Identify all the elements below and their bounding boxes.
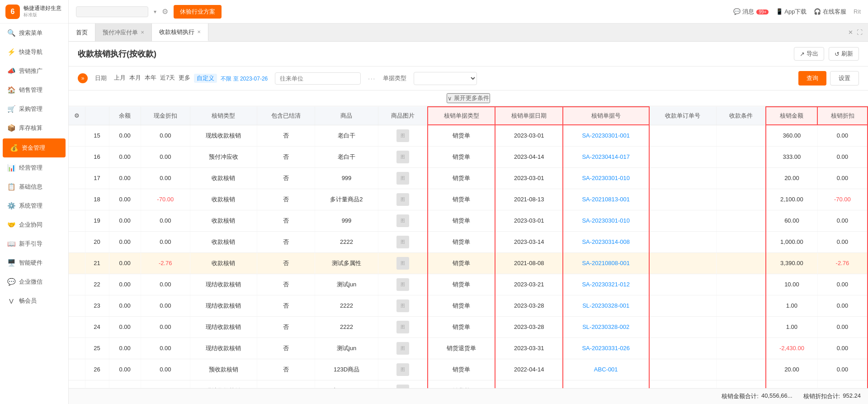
cell-vbt: 销货单: [428, 380, 495, 388]
online-service-link[interactable]: 🎧 在线客服: [814, 8, 846, 16]
cell-icon: [69, 231, 85, 252]
cell-cash-discount: 0.00: [141, 167, 190, 189]
cell-ron: [649, 337, 717, 359]
sidebar-item-quick-nav[interactable]: ⚡ 快捷导航: [0, 43, 68, 62]
message-link[interactable]: 💬 消息 99+: [733, 8, 769, 16]
sidebar-item-sales[interactable]: 🏠 销售管理: [0, 81, 68, 100]
tab-collection[interactable]: 收款核销执行 ✕: [152, 24, 208, 41]
cell-icon: [69, 146, 85, 167]
table-row: 27 0.00 0.00 现结收款核销 否 衣服00001 图 销货单 2023…: [69, 380, 868, 388]
cell-vbn: SA-20230301-001: [563, 125, 649, 146]
cell-included: 否: [257, 316, 315, 337]
cell-vbt: 销货单: [428, 359, 495, 380]
table-row: 21 0.00 -2.76 收款核销 否 测试多属性 图 销货单 2021-08…: [69, 252, 868, 274]
col-header-verify-bill-no: 核销单据号: [563, 107, 649, 125]
cell-vbt: 销货单: [428, 316, 495, 337]
sidebar-item-inventory[interactable]: 📦 库存核算: [0, 119, 68, 138]
cell-cash-discount: 0.00: [141, 359, 190, 380]
sidebar-item-base[interactable]: 📋 基础信息: [0, 177, 68, 196]
cell-vd: -70.00: [817, 189, 868, 210]
cell-va: 333.00: [766, 146, 817, 167]
cell-balance: 0.00: [109, 167, 141, 189]
tab-prepay[interactable]: 预付冲应付单 ✕: [95, 24, 152, 41]
sidebar-item-finance[interactable]: 💰 资金管理: [3, 138, 66, 157]
cell-icon: [69, 337, 85, 359]
industry-solution-button[interactable]: 休验行业方案: [174, 5, 222, 19]
col-header-settings[interactable]: ⚙: [69, 107, 85, 125]
topbar: ▾ ⚙ 休验行业方案 💬 消息 99+ 📱 App下载 🎧 在线客服 Rit: [69, 0, 868, 24]
from-unit-input[interactable]: [275, 72, 361, 85]
cell-verify-type: 预付冲应收: [190, 146, 257, 167]
cell-verify-type: 收款核销: [190, 231, 257, 252]
vip-icon: V: [7, 297, 15, 305]
table-row: 25 0.00 0.00 现结收款核销 否 测试jun 图 销货退货单 2023…: [69, 337, 868, 359]
cell-vbt: 销货单: [428, 146, 495, 167]
sidebar-item-label: 经营管理: [19, 164, 42, 172]
sidebar-item-wechat[interactable]: 💬 企业微信: [0, 272, 68, 291]
settings-button[interactable]: 设置: [830, 71, 859, 86]
cell-vbd: 2023-03-01: [495, 125, 562, 146]
tab-collection-close-icon[interactable]: ✕: [197, 29, 201, 34]
sidebar-item-system[interactable]: ⚙️ 系统管理: [0, 196, 68, 215]
tab-prepay-close-icon[interactable]: ✕: [141, 30, 144, 35]
date-custom[interactable]: 自定义: [194, 74, 217, 83]
topbar-search-input[interactable]: [76, 6, 148, 17]
sidebar-item-search[interactable]: 🔍 搜索菜单: [0, 24, 68, 43]
cell-vbt: 销货单: [428, 167, 495, 189]
date-this-month[interactable]: 本月: [129, 74, 141, 83]
app-download-link[interactable]: 📱 App下载: [776, 8, 807, 16]
sidebar-item-vip[interactable]: V 畅会员: [0, 291, 68, 310]
more-filters-dots[interactable]: ···: [368, 75, 376, 82]
sidebar-item-marketing[interactable]: 📣 营销推广: [0, 62, 68, 81]
cell-goods: 测试jun: [315, 274, 378, 295]
enterprise-icon: 🤝: [7, 221, 15, 229]
cell-vbn: SL-20230328-001: [563, 295, 649, 316]
sidebar-item-label: 智能硬件: [19, 259, 42, 267]
tab-close-all-icon[interactable]: ✕: [848, 29, 853, 36]
date-7days[interactable]: 近7天: [160, 74, 175, 83]
cell-num: 22: [85, 274, 109, 295]
cell-rc: [716, 125, 766, 146]
sidebar-item-enterprise[interactable]: 🤝 企业协同: [0, 215, 68, 234]
cell-verify-type: 现结收款核销: [190, 380, 257, 388]
cell-goods: 2222: [315, 295, 378, 316]
date-last-month[interactable]: 上月: [114, 74, 126, 83]
cell-icon: [69, 125, 85, 146]
sidebar-item-hardware[interactable]: 🖥️ 智能硬件: [0, 253, 68, 272]
col-header-verify-type: 核销类型: [190, 107, 257, 125]
refresh-button[interactable]: ↺ 刷新: [829, 47, 859, 61]
cell-cash-discount: 0.00: [141, 146, 190, 167]
cell-vbt: 销货单: [428, 210, 495, 231]
sidebar-item-operation[interactable]: 📊 经营管理: [0, 158, 68, 177]
query-button[interactable]: 查询: [798, 71, 826, 86]
expand-more-button[interactable]: ∨ 展开更多条件: [447, 93, 490, 103]
page-actions: ↗ 导出 ↺ 刷新: [794, 47, 859, 61]
sidebar-item-guide[interactable]: 📖 新手引导: [0, 234, 68, 253]
cell-vbd: 2023-03-01: [495, 167, 562, 189]
cell-goods-img: 图: [378, 274, 428, 295]
cell-goods-img: 图: [378, 189, 428, 210]
cell-ron: [649, 167, 717, 189]
tab-maximize-icon[interactable]: ⛶: [857, 29, 863, 36]
date-this-year[interactable]: 本年: [145, 74, 156, 83]
sidebar-item-label: 采购管理: [19, 105, 42, 113]
cell-balance: 0.00: [109, 125, 141, 146]
date-more[interactable]: 更多: [179, 74, 190, 83]
export-button[interactable]: ↗ 导出: [794, 47, 824, 61]
sidebar-item-label: 系统管理: [19, 202, 42, 210]
data-table-container[interactable]: ⚙ 余额 现金折扣 核销类型 包含已结清 商品 商品图片 核销单据类型 核销单据…: [69, 106, 868, 388]
cell-rc: [716, 274, 766, 295]
sidebar-item-purchase[interactable]: 🛒 采购管理: [0, 100, 68, 119]
gear-icon[interactable]: ⚙: [162, 7, 168, 16]
filter-expand-button[interactable]: »: [78, 73, 88, 83]
cell-vbt: 销货单: [428, 125, 495, 146]
cell-balance: 0.00: [109, 252, 141, 274]
cell-goods: 衣服00001: [315, 380, 378, 388]
cell-icon: [69, 359, 85, 380]
bill-type-select[interactable]: [414, 72, 477, 85]
cell-icon: [69, 189, 85, 210]
cell-cash-discount: 0.00: [141, 231, 190, 252]
cell-icon: [69, 316, 85, 337]
purchase-icon: 🛒: [7, 105, 15, 113]
tab-home[interactable]: 首页: [69, 24, 95, 41]
